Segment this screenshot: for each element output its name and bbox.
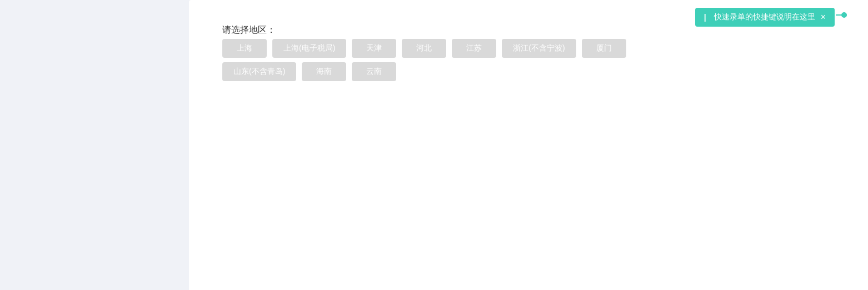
- region-btn-shandong[interactable]: 山东(不含青岛): [222, 62, 296, 81]
- region-buttons-row2: 山东(不含青岛)海南云南: [222, 62, 396, 81]
- region-btn-jiangsu[interactable]: 江苏: [452, 39, 496, 58]
- tooltip-text: 快速录单的快捷键说明在这里: [714, 12, 815, 22]
- tooltip-close-button[interactable]: ×: [821, 13, 826, 22]
- region-buttons-row1: 上海上海(电子税局)天津河北江苏浙江(不含宁波)厦门: [222, 39, 626, 58]
- sidebar: [0, 0, 189, 290]
- region-btn-zhejiang[interactable]: 浙江(不含宁波): [502, 39, 576, 58]
- tooltip-connector-line: [836, 14, 847, 16]
- region-btn-shanghai[interactable]: 上海: [222, 39, 267, 58]
- tooltip-banner: 快速录单的快捷键说明在这里 ×: [695, 8, 835, 27]
- main-content: 请选择地区： 上海上海(电子税局)天津河北江苏浙江(不含宁波)厦门 山东(不含青…: [189, 0, 868, 290]
- region-btn-hainan[interactable]: 海南: [302, 62, 346, 81]
- region-btn-yunnan[interactable]: 云南: [352, 62, 396, 81]
- region-btn-hebei[interactable]: 河北: [402, 39, 446, 58]
- region-btn-shanghai-etax[interactable]: 上海(电子税局): [272, 39, 346, 58]
- region-btn-xiamen[interactable]: 厦门: [582, 39, 626, 58]
- region-btn-tianjin[interactable]: 天津: [352, 39, 396, 58]
- page-title: 请选择地区：: [222, 24, 276, 36]
